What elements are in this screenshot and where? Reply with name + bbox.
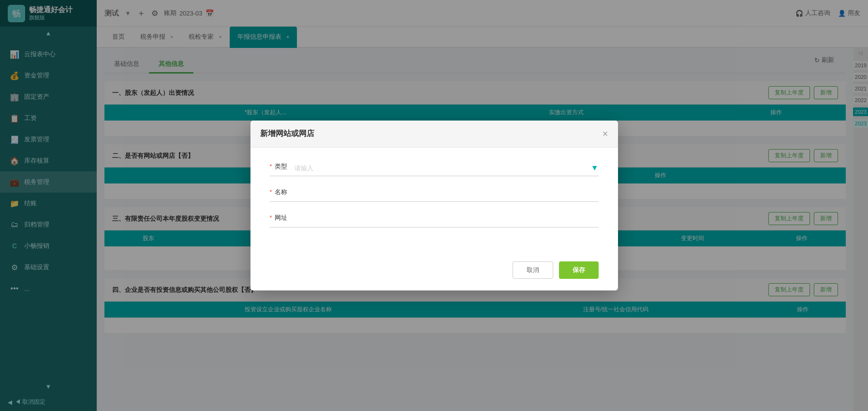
form-row-name: * 名称 [270, 188, 599, 202]
name-input[interactable] [294, 188, 598, 199]
modal-footer: 取消 保存 [250, 254, 618, 290]
modal-title: 新增网站或网店 [260, 129, 314, 139]
modal-close-icon[interactable]: × [603, 128, 608, 139]
form-type-wrap: * 类型 ▼ [270, 162, 599, 176]
form-row-type: * 类型 ▼ [270, 162, 599, 176]
modal-overlay: 新增网站或网店 × * 类型 ▼ * [0, 0, 868, 411]
type-label-text: 类型 [275, 163, 287, 170]
url-label: * 网址 [270, 213, 288, 222]
type-required: * [270, 163, 272, 170]
type-input[interactable] [294, 163, 590, 174]
url-label-text: 网址 [275, 214, 287, 221]
form-url-wrap: * 网址 [270, 213, 599, 228]
modal-body: * 类型 ▼ * 名称 [250, 148, 618, 254]
name-required: * [270, 188, 272, 196]
modal-header: 新增网站或网店 × [250, 121, 618, 148]
url-required: * [270, 214, 272, 221]
cancel-button[interactable]: 取消 [513, 261, 553, 279]
form-row-url: * 网址 [270, 213, 599, 228]
type-dropdown-icon[interactable]: ▼ [591, 164, 599, 172]
save-button[interactable]: 保存 [559, 261, 599, 279]
type-label: * 类型 [270, 162, 288, 171]
name-label: * 名称 [270, 188, 288, 197]
url-input[interactable] [294, 214, 598, 225]
modal-add-website: 新增网站或网店 × * 类型 ▼ * [250, 121, 618, 290]
form-name-wrap: * 名称 [270, 188, 599, 202]
name-label-text: 名称 [275, 188, 287, 196]
